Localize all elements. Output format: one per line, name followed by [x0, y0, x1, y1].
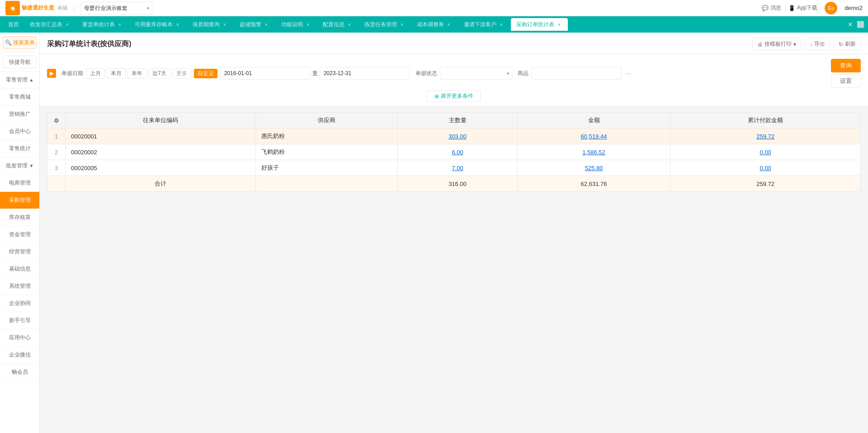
- close-tab-caigou[interactable]: ×: [556, 21, 562, 28]
- close-tab-keyongliang[interactable]: ×: [175, 21, 181, 28]
- filter-row-1: ▶ 单据日期 上月 本月 本年 近7天 更多 自定义 至: [47, 59, 861, 88]
- shortcut-7days[interactable]: 近7天: [148, 68, 170, 79]
- cell-qty-2[interactable]: 6.00: [398, 144, 518, 160]
- close-tab-yaohuo[interactable]: ×: [117, 21, 123, 28]
- table-area: ⚙ 往来单位编码 供应商 主数量 金额 累计付款金额 1 00020001 惠氏…: [40, 107, 868, 433]
- tab-keyongliang[interactable]: 可用量库存账本 ×: [129, 18, 186, 31]
- sidebar-item-retail-stat[interactable]: 零售统计: [0, 140, 39, 157]
- close-tab-gongneng[interactable]: ×: [305, 21, 311, 28]
- cell-amount-3[interactable]: 525.80: [517, 160, 670, 176]
- tab-yaohuo[interactable]: 要货单统计表 ×: [77, 18, 128, 31]
- cell-paid-2[interactable]: 0.00: [670, 144, 861, 160]
- sidebar-item-finance[interactable]: 资金管理: [0, 226, 39, 243]
- sidebar-item-member2[interactable]: 畅会员: [0, 364, 39, 381]
- gear-icon[interactable]: ⚙: [54, 117, 59, 124]
- tab-shoufacun[interactable]: 收发存汇总表 ×: [24, 18, 76, 31]
- close-all-tabs[interactable]: ✕: [848, 21, 853, 28]
- message-icon: 💬: [762, 5, 769, 11]
- cell-index-1: 1: [47, 128, 66, 144]
- close-tab-chachu[interactable]: ×: [263, 21, 269, 28]
- search-menu-btn[interactable]: 🔍 搜索菜单: [3, 36, 37, 49]
- shortcut-last-month[interactable]: 上月: [86, 68, 105, 79]
- expand-more-btn[interactable]: ⊕ 展开更多条件: [427, 90, 481, 102]
- breadcrumb-select[interactable]: 母婴行业演示账套: [80, 2, 152, 14]
- sidebar-item-wechat[interactable]: 企业微信: [0, 347, 39, 364]
- app-download-btn[interactable]: 📱 App下载: [788, 4, 817, 12]
- sidebar-item-purchase[interactable]: 采购管理: [0, 192, 39, 209]
- tab-chachu[interactable]: 超储预警 ×: [234, 18, 275, 31]
- sidebar-item-retail-mgmt[interactable]: 零售管理 ▲: [0, 71, 39, 89]
- footer-empty-1: [47, 176, 66, 192]
- tab-baozhi[interactable]: 保质期查询 ×: [187, 18, 233, 31]
- sidebar-item-retail-shop[interactable]: 零售商城: [0, 89, 39, 106]
- page-title: 采购订单统计表(按供应商): [47, 39, 132, 49]
- sidebar-item-marketing[interactable]: 营销推广: [0, 106, 39, 123]
- cell-qty-1[interactable]: 303.00: [398, 128, 518, 144]
- cell-qty-3[interactable]: 7.00: [398, 160, 518, 176]
- tab-peizhi[interactable]: 配置信息 ×: [317, 18, 358, 31]
- sidebar-item-basic[interactable]: 基础信息: [0, 261, 39, 278]
- status-select[interactable]: [440, 67, 512, 80]
- maximize-tab[interactable]: ⬜: [857, 21, 864, 28]
- cell-amount-1[interactable]: 60,519.44: [517, 128, 670, 144]
- main-layout: 🔍 搜索菜单 快捷导航 零售管理 ▲ 零售商城 营销推广 会员中心 零售统计 批…: [0, 33, 868, 433]
- close-tab-chengben[interactable]: ×: [446, 21, 452, 28]
- cell-supplier-2: 飞鹤奶粉: [255, 144, 398, 160]
- sidebar-item-appstore[interactable]: 应用中心: [0, 329, 39, 347]
- goods-more-btn[interactable]: ···: [624, 70, 633, 77]
- cell-paid-3[interactable]: 0.00: [670, 160, 861, 176]
- page-actions: 🖨 按模板打印 ▾ ↓ 导出 ↻ 刷新: [752, 38, 861, 50]
- tab-home[interactable]: 首页: [4, 18, 24, 31]
- shortcut-more[interactable]: 更多: [172, 68, 191, 79]
- sidebar-item-enterprise[interactable]: 企业协同: [0, 295, 39, 312]
- sidebar-search-area: 🔍 搜索菜单: [0, 33, 39, 53]
- date-from-input[interactable]: [220, 67, 311, 80]
- settings-btn[interactable]: 设置: [831, 74, 861, 88]
- tab-chengben[interactable]: 成本调整单 ×: [411, 18, 458, 31]
- chevron-wholesale-icon: ▼: [29, 163, 34, 168]
- col-amount: 金额: [517, 113, 670, 128]
- avatar[interactable]: Ea: [825, 2, 837, 14]
- sidebar-item-ecommerce[interactable]: 电商管理: [0, 175, 39, 192]
- sidebar-item-operations[interactable]: 经营管理: [0, 243, 39, 261]
- print-dropdown-icon: ▾: [793, 41, 796, 48]
- tab-caigou-active[interactable]: 采购订单统计表 ×: [511, 18, 568, 31]
- message-btn[interactable]: 💬 消息: [762, 4, 781, 12]
- logo-icon: 畅: [5, 1, 20, 15]
- close-tab-jianhuo[interactable]: ×: [399, 21, 405, 28]
- sidebar-item-wholesale[interactable]: 批发管理 ▼: [0, 157, 39, 175]
- shortcut-this-month[interactable]: 本月: [107, 68, 126, 79]
- top-bar-left: 畅 畅捷通好生意 标版 | 母婴行业演示账套: [5, 1, 152, 15]
- sidebar-item-member[interactable]: 会员中心: [0, 123, 39, 140]
- sidebar-item-newbie[interactable]: 新手引导: [0, 312, 39, 329]
- cell-paid-1[interactable]: 259.72: [670, 128, 861, 144]
- shortcut-this-year[interactable]: 本年: [127, 68, 146, 79]
- tab-yaoqing[interactable]: 邀请下游客户 ×: [458, 18, 510, 31]
- filter-goods: 商品 ···: [518, 67, 633, 80]
- close-tab-peizhi[interactable]: ×: [346, 21, 353, 28]
- custom-date-tag[interactable]: 自定义: [194, 69, 217, 78]
- table-head: ⚙ 往来单位编码 供应商 主数量 金额 累计付款金额: [47, 113, 861, 128]
- filter-area: ▶ 单据日期 上月 本月 本年 近7天 更多 自定义 至: [40, 54, 868, 107]
- cell-amount-2[interactable]: 1,586.52: [517, 144, 670, 160]
- query-btn[interactable]: 查询: [831, 59, 861, 72]
- close-tab-yaoqing[interactable]: ×: [498, 21, 505, 28]
- date-to-input[interactable]: [320, 67, 410, 80]
- sidebar: 🔍 搜索菜单 快捷导航 零售管理 ▲ 零售商城 营销推广 会员中心 零售统计 批…: [0, 33, 40, 433]
- quick-nav-btn[interactable]: 快捷导航: [3, 56, 37, 68]
- print-btn[interactable]: 🖨 按模板打印 ▾: [752, 38, 801, 50]
- filter-expand-btn[interactable]: ▶: [47, 69, 56, 78]
- refresh-btn[interactable]: ↻ 刷新: [834, 38, 861, 50]
- goods-input[interactable]: [531, 67, 622, 80]
- filter-status: 单据状态: [415, 67, 512, 80]
- export-btn[interactable]: ↓ 导出: [805, 38, 830, 50]
- tab-gongneng[interactable]: 功能说明 ×: [276, 18, 316, 31]
- close-tab-shoufacun[interactable]: ×: [64, 21, 71, 28]
- tab-jianhuo[interactable]: 拣货任务管理 ×: [359, 18, 410, 31]
- sidebar-item-system[interactable]: 系统管理: [0, 278, 39, 295]
- tab-actions: ✕ ⬜: [848, 21, 864, 28]
- close-tab-baozhi[interactable]: ×: [222, 21, 228, 28]
- sidebar-item-inventory[interactable]: 库存核算: [0, 209, 39, 226]
- table-header-row: ⚙ 往来单位编码 供应商 主数量 金额 累计付款金额: [47, 113, 861, 128]
- footer-empty-2: [255, 176, 398, 192]
